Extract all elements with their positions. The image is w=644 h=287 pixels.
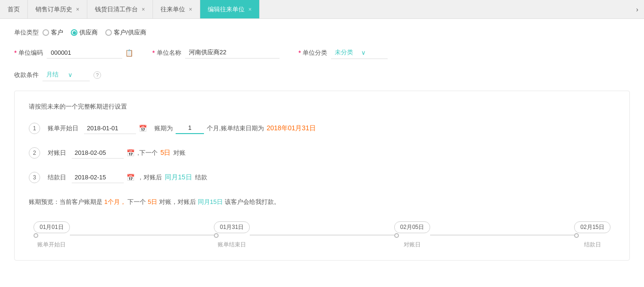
- tab-sales-history-label: 销售订单历史: [35, 5, 72, 14]
- unit-type-radio-group: 客户 供应商 客户/供应商: [42, 28, 146, 37]
- row-num-2: 2: [29, 147, 40, 159]
- row-2-label: 对账日: [48, 149, 66, 157]
- start-date-input[interactable]: [84, 123, 136, 134]
- tab-cash-desk[interactable]: 钱货日清工作台 ×: [87, 0, 153, 18]
- code-name-category-row: * 单位编码 📋 * 单位名称 * 单位分类 未分类 ∨: [14, 46, 630, 59]
- row-2: 2 对账日 📅 ,下一个 5日 对账: [29, 147, 615, 159]
- timeline-badge-3: 02月05日: [394, 221, 431, 233]
- timeline-dot-4: [574, 233, 579, 238]
- chevron-down-icon: ∨: [361, 49, 384, 56]
- close-icon[interactable]: ×: [76, 6, 79, 13]
- calendar-icon-3[interactable]: 📅: [127, 174, 135, 181]
- radio-supplier-label: 供应商: [79, 28, 98, 37]
- payment-terms-dropdown[interactable]: 月结 ∨: [42, 68, 90, 81]
- row-2-desc-post: 对账: [173, 149, 186, 157]
- unit-type-label: 单位类型: [14, 28, 39, 37]
- required-star-name: *: [152, 49, 154, 57]
- main-content: 单位类型 客户 供应商 客户/供应商 * 单位编码 📋 * 单位名称: [0, 19, 644, 287]
- timeline-line-1: [70, 235, 214, 236]
- unit-category-group: * 单位分类 未分类 ∨: [298, 46, 388, 59]
- timeline-badge-4: 02月15日: [574, 221, 610, 233]
- radio-circle-customer: [42, 29, 49, 36]
- period-post-label: 个月,账单结束日期为: [207, 124, 264, 133]
- preview-row: 账期预览：当前客户账期是 1个月， 下一个 5日 对账，对账后 同月15日 该客…: [29, 196, 615, 207]
- timeline-node-4: 02月15日 结款日: [574, 221, 610, 249]
- calendar-icon-1[interactable]: 📅: [139, 125, 147, 132]
- tab-more-button[interactable]: ›: [630, 0, 644, 18]
- radio-customer[interactable]: 客户: [42, 28, 63, 37]
- radio-circle-supplier: [71, 29, 77, 36]
- tab-home-label: 首页: [8, 5, 20, 14]
- row-1-label: 账单开始日: [48, 124, 78, 133]
- preview-prefix: 账期预览：当前客户账期是: [29, 198, 102, 205]
- tab-sales-history[interactable]: 销售订单历史 ×: [28, 0, 87, 18]
- row-num-3: 3: [29, 172, 40, 183]
- tab-partner-label: 往来单位: [161, 5, 185, 14]
- row-1: 1 账单开始日 📅 账期为 个月,账单结束日期为 2018年01月31日: [29, 122, 615, 134]
- row-3-highlight: 同月15日: [165, 173, 192, 182]
- period-pre-label: 账期为: [154, 124, 173, 133]
- copy-icon[interactable]: 📋: [125, 49, 133, 57]
- preview-h2: 5日: [148, 198, 157, 205]
- timeline-dot-3: [394, 233, 399, 238]
- row-num-1: 1: [29, 123, 40, 134]
- unit-code-label: 单位编码: [18, 49, 43, 57]
- preview-mid: 下一个: [127, 198, 146, 205]
- unit-name-label: 单位名称: [157, 49, 181, 57]
- timeline-badge-1: 01月01日: [34, 221, 70, 233]
- preview-suffix: 该客户会给我打款。: [225, 198, 280, 205]
- tab-edit-partner[interactable]: 编辑往来单位 ×: [200, 0, 260, 18]
- settle-date-input[interactable]: [72, 172, 124, 183]
- close-icon[interactable]: ×: [248, 6, 252, 13]
- preview-h3: 同月15日: [198, 198, 223, 205]
- timeline-label-2: 账单结束日: [218, 241, 246, 249]
- timeline-line-2: [250, 235, 394, 236]
- chevron-down-icon: ∨: [68, 71, 86, 78]
- tab-partner[interactable]: 往来单位 ×: [153, 0, 200, 18]
- row-3-desc-post: 结款: [195, 173, 207, 182]
- close-icon[interactable]: ×: [189, 6, 192, 13]
- period-end-date: 2018年01月31日: [267, 124, 316, 133]
- unit-category-value: 未分类: [335, 48, 357, 57]
- radio-both[interactable]: 客户/供应商: [105, 28, 146, 37]
- payment-terms-label: 收款条件: [14, 71, 39, 79]
- timeline-dot-2: [214, 233, 219, 238]
- tab-edit-partner-label: 编辑往来单位: [208, 5, 245, 14]
- tab-home[interactable]: 首页: [0, 0, 28, 18]
- unit-name-input[interactable]: [185, 47, 280, 59]
- radio-supplier[interactable]: 供应商: [71, 28, 98, 37]
- row-3: 3 结款日 📅 ，对账后 同月15日 结款: [29, 172, 615, 183]
- unit-category-dropdown[interactable]: 未分类 ∨: [331, 46, 388, 59]
- timeline-node-3: 02月05日 对账日: [394, 221, 431, 249]
- timeline-node-2: 01月31日 账单结束日: [214, 221, 250, 249]
- close-icon[interactable]: ×: [142, 6, 145, 13]
- calendar-icon-2[interactable]: 📅: [127, 149, 135, 157]
- preview-h1: 1个月，: [104, 198, 126, 205]
- chevron-right-icon: ›: [636, 6, 638, 13]
- preview-mid2: 对账，对账后: [159, 198, 196, 205]
- unit-type-row: 单位类型 客户 供应商 客户/供应商: [14, 28, 630, 37]
- help-icon[interactable]: ?: [93, 71, 101, 79]
- unit-code-input[interactable]: [47, 47, 122, 59]
- period-value-input[interactable]: [176, 122, 204, 134]
- timeline-dot-1: [34, 233, 38, 238]
- row-2-highlight: 5日: [161, 149, 171, 157]
- timeline-label-1: 账单开始日: [37, 241, 66, 249]
- unit-name-group: * 单位名称: [152, 47, 279, 59]
- radio-circle-both: [105, 29, 112, 36]
- timeline-label-4: 结款日: [584, 241, 601, 249]
- row-3-label: 结款日: [48, 173, 66, 182]
- timeline-line-3: [430, 235, 574, 236]
- required-star-code: *: [14, 49, 17, 57]
- reconcile-date-input[interactable]: [72, 147, 124, 159]
- timeline: 01月01日 账单开始日 01月31日 账单结束日 02月05日: [29, 221, 615, 249]
- radio-both-label: 客户/供应商: [114, 28, 146, 37]
- timeline-label-3: 对账日: [404, 241, 421, 249]
- panel-title: 请按照未来的一个完整帐期进行设置: [29, 102, 615, 111]
- tabs-bar: 首页 销售订单历史 × 钱货日清工作台 × 往来单位 × 编辑往来单位 × ›: [0, 0, 644, 19]
- unit-category-label: 单位分类: [303, 49, 327, 57]
- unit-code-group: * 单位编码 📋: [14, 47, 133, 59]
- row-3-desc-pre: ，对账后: [137, 173, 162, 182]
- row-2-desc-pre: ,下一个: [137, 149, 158, 157]
- settings-panel: 请按照未来的一个完整帐期进行设置 1 账单开始日 📅 账期为 个月,账单结束日期…: [14, 91, 630, 261]
